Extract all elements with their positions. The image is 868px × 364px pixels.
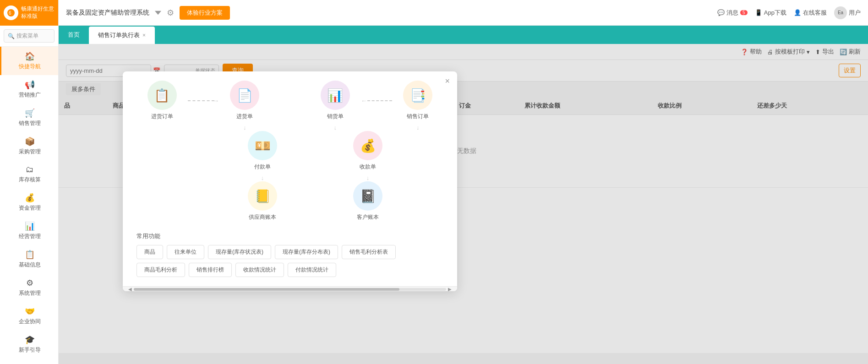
enterprise-icon: 🤝 [25,306,35,316]
operations-icon: 📊 [25,221,35,231]
common-functions-title: 常用功能 [136,232,443,240]
app-download-item[interactable]: 📱 App下载 [755,9,786,17]
topbar-right: 💬 消息 5 📱 App下载 👤 在线客服 Ea 用户 [717,6,861,19]
search-menu-button[interactable]: 🔍 搜索菜单 [4,29,55,43]
scroll-thumb [134,288,399,291]
circle-customer-account: 📓 [353,181,382,211]
sales-icon: 🛒 [25,108,35,118]
arrow-down-sales: ↓ [310,124,361,131]
tab-home[interactable]: 首页 [59,26,89,44]
message-item[interactable]: 💬 消息 5 [717,9,748,17]
sidebar-item-quick-nav[interactable]: 🏠 快捷导航 [0,47,58,75]
sidebar-item-marketing[interactable]: 📢 营销推广 [0,75,58,103]
label-purchase-bill: 进货单 [236,113,253,120]
modal-overlay: × 📋 进货订单 [59,44,868,364]
topbar: 装备及固定资产辅助管理系统 ⚙ 体验行业方案 💬 消息 5 📱 App下载 👤 [59,0,868,26]
label-receipt-bill: 收款单 [360,163,376,171]
basic-info-icon: 📋 [25,250,35,260]
func-btn-goods-profit[interactable]: 商品毛利分析 [136,263,185,277]
node-payment-bill: 💴 付款单 [233,131,292,171]
sidebar-item-inventory[interactable]: 🗂 库存核算 [0,160,58,188]
sidebar-item-enterprise[interactable]: 🤝 企业协同 [0,302,58,330]
label-sales-bill: 销货单 [327,113,344,120]
node-sales-bill: 📊 销货单 [310,81,361,120]
sidebar-item-system[interactable]: ⚙ 系统管理 [0,273,58,302]
workflow-modal: × 📋 进货订单 [123,71,457,291]
circle-purchase-order: 📋 [147,81,177,110]
func-btn-sales-profit[interactable]: 销售毛利分析表 [342,245,396,259]
func-btn-payment-stats[interactable]: 付款情况统计 [288,263,336,277]
func-btn-stock-distribution[interactable]: 现存量(库存分布表) [275,245,338,259]
sidebar-item-purchase[interactable]: 📦 采购管理 [0,132,58,160]
sidebar-search-area: 🔍 搜索菜单 [0,26,58,47]
logo-icon: 6 [4,5,18,20]
label-sales-order: 销售订单 [407,113,429,120]
scroll-left-arrow[interactable]: ◀ [126,287,134,291]
message-icon: 💬 [717,9,725,16]
func-btn-sales-rank[interactable]: 销售排行榜 [189,263,232,277]
tabbar: 首页 销售订单执行表 × [59,26,868,44]
user-item[interactable]: Ea 用户 [834,6,861,19]
node-purchase-order: 📋 进货订单 [136,81,188,120]
common-functions: 常用功能 商品 往来单位 现存量(库存状况表) 现存量(库存分布表) 销售毛利分… [136,232,443,277]
sidebar-nav: 🏠 快捷导航 📢 营销推广 🛒 销售管理 📦 采购管理 🗂 库存核算 💰 [0,47,58,364]
scroll-right-arrow[interactable]: ▶ [446,287,453,291]
system-icon: ⚙ [26,278,33,288]
function-buttons: 商品 往来单位 现存量(库存状况表) 现存量(库存分布表) 销售毛利分析表 商品… [136,245,443,277]
workflow-row-1: 📋 进货订单 → [136,81,443,120]
arrow-down-sales-order: ↓ [392,124,443,131]
sidebar-item-basic-info[interactable]: 📋 基础信息 [0,245,58,273]
marketing-icon: 📢 [25,80,35,90]
sidebar-item-guide[interactable]: 🎓 新手引导 [0,330,58,359]
sidebar-item-sales[interactable]: 🛒 销售管理 [0,103,58,132]
sidebar-logo: 6 畅康通好生意 标准版 [0,0,58,26]
label-supplier-account: 供应商账本 [249,213,276,221]
arrow-down-payment: ↓ [233,174,292,181]
node-customer-account: 📓 客户账本 [338,181,398,221]
modal-close-btn[interactable]: × [445,77,450,85]
workflow-row-3: 📒 供应商账本 📓 客户账本 [136,181,443,221]
arrow-down-receipt: ↓ [338,174,398,181]
svg-text:6: 6 [9,11,11,16]
label-purchase-order: 进货订单 [151,113,173,120]
home-icon: 🏠 [25,51,35,61]
tab-close-icon[interactable]: × [142,32,146,38]
message-badge: 5 [740,10,748,15]
experience-btn[interactable]: 体验行业方案 [180,6,230,20]
func-btn-receipt-stats[interactable]: 收款情况统计 [235,263,284,277]
func-btn-partners[interactable]: 往来单位 [167,245,204,259]
circle-sales-order: 📑 [403,81,432,110]
app-download-icon: 📱 [755,9,762,16]
circle-payment-bill: 💴 [248,131,277,160]
arrow-1: → [188,97,219,104]
scroll-track [134,288,446,291]
sidebar-item-operations[interactable]: 📊 经营管理 [0,217,58,245]
node-sales-order: 📑 销售订单 [392,81,443,120]
purchase-icon: 📦 [25,136,35,147]
main-area: 装备及固定资产辅助管理系统 ⚙ 体验行业方案 💬 消息 5 📱 App下载 👤 [59,0,868,364]
label-payment-bill: 付款单 [254,163,271,171]
workflow: 📋 进货订单 → [136,81,443,225]
circle-receipt-bill: 💰 [353,131,382,160]
modal-body: 📋 进货订单 → [123,71,457,286]
inventory-icon: 🗂 [26,165,34,174]
node-purchase-bill: 📄 进货单 [219,81,270,120]
finance-icon: 💰 [25,193,35,203]
tab-sales-execution[interactable]: 销售订单执行表 × [89,27,155,44]
func-btn-stock-status[interactable]: 现存量(库存状况表) [208,245,271,259]
system-dropdown[interactable] [155,10,161,16]
workflow-arrows-row: ↓ ↓ ↓ [136,124,443,131]
func-btn-goods[interactable]: 商品 [136,245,163,259]
online-service-item[interactable]: 👤 在线客服 [794,9,827,17]
workflow-row-2: 💴 付款单 💰 收款单 [136,131,443,171]
search-icon: 🔍 [8,33,15,39]
service-icon: 👤 [794,9,801,16]
arrow-down-purchase: ↓ [219,124,270,131]
modal-scrollbar[interactable]: ◀ ▶ [123,286,457,291]
node-receipt-bill: 💰 收款单 [338,131,398,171]
workflow-arrows-row-2: ↓ ↓ [136,174,443,181]
content-area: ❓ 帮助 🖨 按模板打印 ▾ ⬆ 导出 🔄 刷新 [59,44,868,364]
sidebar-item-finance[interactable]: 💰 资金管理 [0,188,58,217]
circle-purchase-bill: 📄 [230,81,259,110]
settings-icon[interactable]: ⚙ [167,8,174,18]
